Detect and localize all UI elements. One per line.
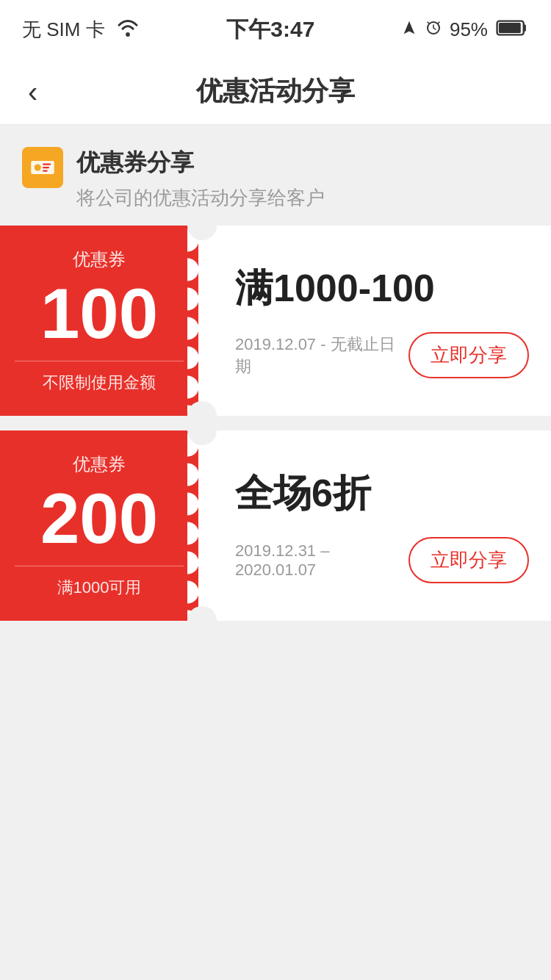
coupon-right-2: 全场6折 2019.12.31 – 2020.01.07 立即分享 [198, 430, 551, 621]
coupon-meta-2: 2019.12.31 – 2020.01.07 立即分享 [235, 537, 529, 583]
section-title: 优惠券分享 [76, 147, 325, 179]
coupon-left-1: 优惠券 100 不限制使用金额 [0, 226, 198, 416]
svg-rect-6 [43, 167, 49, 168]
coupon-title-2: 全场6折 [235, 468, 529, 519]
svg-point-4 [35, 165, 41, 171]
wifi-icon [115, 18, 140, 42]
coupon-amount-1: 100 [40, 278, 158, 349]
nav-title: 优惠活动分享 [196, 73, 355, 109]
svg-rect-2 [499, 22, 521, 32]
svg-rect-7 [43, 170, 48, 171]
nav-bar: ‹ 优惠活动分享 [0, 59, 551, 125]
empty-area [0, 657, 551, 980]
coupon-amount-2: 200 [40, 483, 158, 554]
carrier-text: 无 SIM 卡 [22, 17, 105, 43]
coupon-share-btn-1[interactable]: 立即分享 [408, 332, 529, 378]
coupon-list: 优惠券 100 不限制使用金额 满1000-100 2019.12.07 - 无… [0, 226, 551, 657]
back-button[interactable]: ‹ [21, 68, 45, 115]
status-left: 无 SIM 卡 [22, 17, 140, 43]
battery-text: 95% [450, 18, 488, 41]
section-text: 优惠券分享 将公司的优惠活动分享给客户 [76, 147, 325, 211]
status-time: 下午3:47 [226, 15, 314, 45]
coupon-date-1: 2019.12.07 - 无截止日期 [235, 334, 397, 378]
coupon-date-2: 2019.12.31 – 2020.01.07 [235, 541, 397, 580]
coupon-meta-1: 2019.12.07 - 无截止日期 立即分享 [235, 332, 529, 378]
coupon-condition-2: 满1000可用 [15, 566, 184, 599]
alarm-icon [425, 18, 442, 41]
coupon-title-1: 满1000-100 [235, 263, 529, 314]
coupon-card-2: 优惠券 200 满1000可用 全场6折 2019.12.31 – 2020.0… [0, 430, 551, 621]
section-description: 将公司的优惠活动分享给客户 [76, 185, 325, 211]
coupon-left-2: 优惠券 200 满1000可用 [0, 430, 198, 621]
status-right: 95% [401, 18, 529, 41]
location-icon [401, 18, 417, 41]
coupon-condition-1: 不限制使用金额 [15, 361, 184, 394]
coupon-right-1: 满1000-100 2019.12.07 - 无截止日期 立即分享 [198, 226, 551, 416]
status-bar: 无 SIM 卡 下午3:47 95% [0, 0, 551, 59]
coupon-share-btn-2[interactable]: 立即分享 [408, 537, 529, 583]
section-header: 优惠券分享 将公司的优惠活动分享给客户 [0, 125, 551, 226]
coupon-card-1: 优惠券 100 不限制使用金额 满1000-100 2019.12.07 - 无… [0, 226, 551, 416]
battery-icon [495, 18, 529, 41]
svg-rect-5 [43, 163, 51, 165]
coupon-type-1: 优惠券 [73, 248, 126, 271]
coupon-type-2: 优惠券 [73, 453, 126, 476]
section-icon [22, 147, 63, 188]
